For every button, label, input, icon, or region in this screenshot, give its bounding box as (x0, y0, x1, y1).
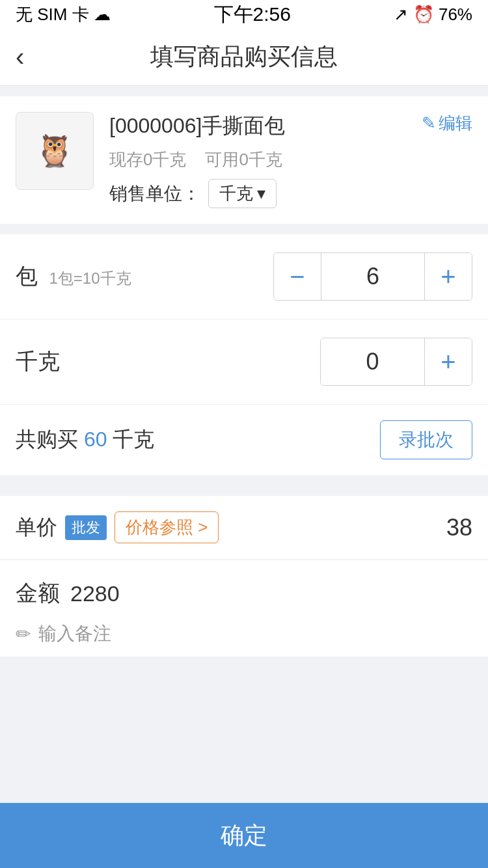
product-stock: 现存0千克 可用0千克 (109, 148, 472, 171)
price-value: 38 (446, 514, 472, 541)
status-right: ↗ ⏰ 76% (394, 5, 472, 25)
qty-row-bag: 包 1包=10千克 − + (0, 234, 488, 319)
status-time: 下午2:56 (214, 1, 291, 28)
edit-icon: ✎ (422, 113, 436, 133)
total-prefix: 共购买 (16, 427, 78, 451)
amount-label: 金额 (16, 578, 60, 608)
qty-bag-minus-button[interactable]: − (274, 253, 321, 300)
price-left: 单价 批发 价格参照 > (16, 511, 219, 543)
sim-label: 无 SIM 卡 ☁ (16, 3, 111, 26)
total-unit: 千克 (113, 427, 154, 451)
note-edit-icon: ✏ (16, 623, 31, 645)
unit-value: 千克 (219, 182, 253, 205)
qty-kg-plus-button[interactable]: + (425, 338, 472, 385)
separator-1 (0, 224, 488, 234)
total-row: 共购买 60 千克 录批次 (0, 405, 488, 475)
amount-value: 2280 (70, 581, 120, 606)
status-left: 无 SIM 卡 ☁ (16, 3, 111, 26)
qty-kg-label: 千克 (16, 347, 310, 377)
amount-row: 金额 2280 (16, 578, 472, 608)
total-text: 共购买 60 千克 (16, 426, 154, 454)
total-amount: 60 (84, 427, 113, 451)
nav-bar: ‹ 填写商品购买信息 (0, 29, 488, 86)
unit-selector[interactable]: 千克 ▾ (208, 179, 277, 208)
amount-section: 金额 2280 ✏ 输入备注 (0, 560, 488, 657)
qty-bag-plus-button[interactable]: + (425, 253, 472, 300)
stock-available: 可用0千克 (205, 150, 282, 169)
note-placeholder: 输入备注 (38, 621, 111, 646)
qty-kg-controls: + (320, 338, 472, 386)
edit-label: 编辑 (439, 112, 472, 135)
edit-button[interactable]: ✎ 编辑 (422, 112, 472, 135)
price-label: 单价 (16, 513, 57, 542)
unit-label: 销售单位： (109, 182, 200, 206)
status-icons: ↗ ⏰ 76% (394, 5, 472, 25)
status-bar: 无 SIM 卡 ☁ 下午2:56 ↗ ⏰ 76% (0, 0, 488, 29)
product-unit-row: 销售单位： 千克 ▾ (109, 179, 472, 208)
qty-kg-input[interactable] (321, 338, 425, 385)
qty-bag-label: 包 1包=10千克 (16, 262, 263, 292)
batch-button[interactable]: 录批次 (380, 420, 472, 459)
qty-row-kg: 千克 + (0, 319, 488, 405)
stock-current: 现存0千克 (109, 150, 186, 169)
product-image: 🦉 (16, 112, 94, 190)
separator-2 (0, 475, 488, 485)
price-ref-button[interactable]: 价格参照 > (115, 511, 219, 543)
qty-bag-input[interactable] (321, 253, 425, 300)
product-info: [0000006]手撕面包 现存0千克 可用0千克 销售单位： 千克 ▾ (109, 112, 472, 208)
note-row[interactable]: ✏ 输入备注 (16, 621, 472, 646)
qty-bag-sublabel: 1包=10千克 (49, 269, 131, 287)
qty-bag-controls: − + (273, 252, 472, 301)
product-card: 🦉 [0000006]手撕面包 现存0千克 可用0千克 销售单位： 千克 ▾ ✎… (0, 96, 488, 224)
back-button[interactable]: ‹ (16, 42, 24, 72)
unit-chevron-icon: ▾ (257, 183, 265, 204)
product-name: [0000006]手撕面包 (109, 112, 472, 141)
product-owl-icon: 🦉 (35, 133, 74, 169)
page-title: 填写商品购买信息 (150, 41, 338, 73)
confirm-button[interactable]: 确定 (0, 803, 488, 868)
wholesale-tag: 批发 (65, 515, 107, 540)
price-section: 单价 批发 价格参照 > 38 (0, 496, 488, 559)
